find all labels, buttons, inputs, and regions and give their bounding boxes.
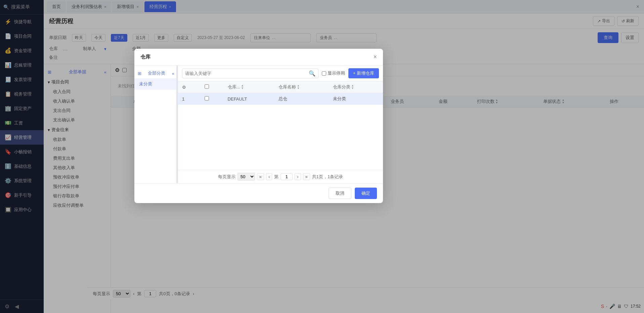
- modal-col-category-sort: 仓库分类 ▲▼: [333, 84, 379, 90]
- modal-table-wrap: ⚙ 仓库... ▲▼ 仓库名称 ▲: [178, 81, 383, 170]
- modal-show-disabled-checkbox[interactable]: [322, 71, 326, 76]
- modal-warehouse-table: ⚙ 仓库... ▲▼ 仓库名称 ▲: [178, 81, 383, 105]
- modal-header: 仓库 ×: [134, 49, 383, 66]
- modal-confirm-button[interactable]: 确定: [355, 188, 377, 199]
- modal-search-input[interactable]: [185, 71, 307, 76]
- modal-search-icon: 🔍: [309, 70, 315, 77]
- modal-search-wrap[interactable]: 🔍: [182, 69, 318, 78]
- modal-close-button[interactable]: ×: [373, 53, 377, 61]
- modal-row-check[interactable]: [205, 96, 209, 101]
- modal-add-warehouse-button[interactable]: + 新增仓库: [348, 68, 379, 78]
- modal-title: 仓库: [140, 54, 151, 60]
- modal-row-category: 未分类: [329, 93, 383, 105]
- modal-col-check[interactable]: [201, 81, 224, 93]
- modal-table-row[interactable]: 1 DEFAULT 总仓 未分类: [178, 93, 383, 105]
- modal-cancel-button[interactable]: 取消: [329, 188, 351, 199]
- modal-left-header[interactable]: ⊞ 全部分类 «: [134, 68, 178, 78]
- modal-row-code: DEFAULT: [224, 93, 274, 105]
- modal-col-name[interactable]: 仓库名称 ▲▼: [274, 81, 329, 93]
- modal-col-code[interactable]: 仓库... ▲▼: [224, 81, 274, 93]
- modal-category-label: 未分类: [139, 81, 152, 86]
- warehouse-modal: 仓库 × ⊞ 全部分类 « 未分类 🔍: [134, 49, 383, 203]
- modal-col-name-sort: 仓库名称 ▲▼: [278, 84, 325, 90]
- modal-per-page-select[interactable]: 50 100: [238, 173, 255, 181]
- modal-toolbar: 🔍 显示停用 + 新增仓库: [178, 66, 383, 81]
- modal-show-disabled-label[interactable]: 显示停用: [322, 70, 345, 76]
- modal-body: ⊞ 全部分类 « 未分类 🔍 显示停用 + 新增仓库: [134, 66, 383, 183]
- modal-row-name: 总仓: [274, 93, 329, 105]
- modal-left-scrollbar: [176, 66, 178, 183]
- modal-page-label: 第: [274, 174, 278, 180]
- modal-category-unclassified[interactable]: 未分类: [134, 78, 178, 90]
- modal-row-checkbox[interactable]: [201, 93, 224, 105]
- modal-pagination: 每页显示 50 100 « ‹ 第 › » 共1页，1条记录: [178, 170, 383, 183]
- modal-left-panel: ⊞ 全部分类 « 未分类: [134, 66, 178, 183]
- modal-show-disabled-text: 显示停用: [328, 70, 345, 76]
- modal-total-records: 共1页，1条记录: [312, 174, 343, 180]
- modal-last-page[interactable]: »: [303, 173, 310, 180]
- modal-all-category-icon: ⊞: [138, 71, 141, 76]
- modal-first-page[interactable]: «: [257, 173, 264, 180]
- modal-footer: 取消 确定: [134, 183, 383, 203]
- modal-prev-page[interactable]: ‹: [266, 173, 272, 180]
- modal-left-collapse-icon[interactable]: «: [172, 71, 174, 76]
- modal-row-num: 1: [178, 93, 201, 105]
- modal-col-category[interactable]: 仓库分类 ▲▼: [329, 81, 383, 93]
- modal-col-settings[interactable]: ⚙: [178, 81, 201, 93]
- modal-all-category-label: 全部分类: [148, 70, 165, 76]
- modal-page-input[interactable]: [281, 173, 293, 180]
- modal-right-panel: 🔍 显示停用 + 新增仓库 ⚙: [178, 66, 383, 183]
- modal-per-page-label: 每页显示: [218, 174, 235, 180]
- modal-next-page[interactable]: ›: [295, 173, 301, 180]
- modal-col-code-sort: 仓库... ▲▼: [228, 84, 270, 90]
- modal-check-all[interactable]: [205, 84, 209, 89]
